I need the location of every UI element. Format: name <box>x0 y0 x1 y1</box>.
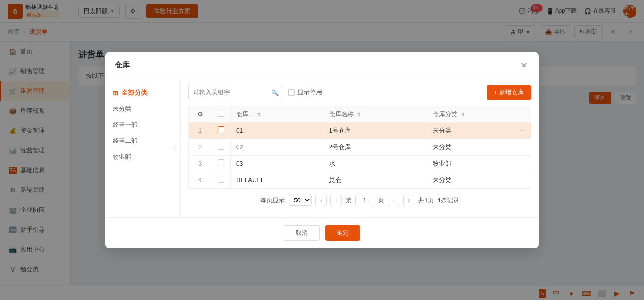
total-info: 共1页, 4条记录 <box>418 196 459 205</box>
page-prev-button[interactable]: ‹ <box>330 195 342 206</box>
row-name: 总仓 <box>323 172 427 188</box>
col-name[interactable]: 仓库名称 ⇅ <box>323 106 427 122</box>
modal-pagination: 每页显示 50 ⟪ ‹ 第 页 › ⟫ 共1页, 4条记录 <box>188 189 531 212</box>
row-category: 未分类 <box>427 139 531 155</box>
table-row[interactable]: 2 02 2号仓库 未分类 <box>189 139 531 155</box>
row-category: 物业部 <box>427 155 531 172</box>
row-code: DEFAULT <box>231 172 323 188</box>
modal-main: 🔍 显示停用 + 新增仓库 ⚙ <box>181 79 539 217</box>
modal-body: ⊞ 全部分类 未分类 经营一部 经营二部 物业部 《 🔍 <box>105 79 539 217</box>
search-input-wrap: 🔍 <box>188 85 282 100</box>
col-code[interactable]: 仓库... ⇅ <box>231 106 323 122</box>
add-warehouse-button[interactable]: + 新增仓库 <box>487 85 531 100</box>
grid-icon: ⊞ <box>113 89 118 97</box>
warehouse-modal: 仓库 ✕ ⊞ 全部分类 未分类 经营一部 经营二部 物业部 《 <box>105 52 539 248</box>
modal-title: 仓库 <box>115 60 130 70</box>
search-input[interactable] <box>188 85 282 100</box>
page-size-select[interactable]: 50 <box>289 195 312 206</box>
table-container: ⚙ 仓库... ⇅ 仓库名称 <box>188 106 531 189</box>
table-row[interactable]: 1 01 1号仓库 未分类··· <box>189 122 531 139</box>
sort-code-icon: ⇅ <box>257 112 261 117</box>
row-name: 1号仓库 <box>323 122 427 139</box>
modal-sidebar: ⊞ 全部分类 未分类 经营一部 经营二部 物业部 《 <box>105 79 181 217</box>
sort-name-icon: ⇅ <box>357 112 361 117</box>
page-first-button[interactable]: ⟪ <box>315 195 327 206</box>
row-name: 水 <box>323 155 427 172</box>
modal-sidebar-all[interactable]: ⊞ 全部分类 <box>105 85 180 101</box>
warehouse-table: ⚙ 仓库... ⇅ 仓库名称 <box>188 106 531 189</box>
select-all-checkbox[interactable] <box>218 110 224 117</box>
row-action-dots[interactable]: ··· <box>520 126 525 133</box>
row-checkbox[interactable] <box>212 172 231 188</box>
row-code: 03 <box>231 155 323 172</box>
modal-sidebar-item-1[interactable]: 经营一部 <box>105 117 180 133</box>
col-settings: ⚙ <box>189 106 212 122</box>
show-disabled-checkbox-wrap[interactable]: 显示停用 <box>288 88 322 97</box>
page-next-button[interactable]: › <box>388 195 399 206</box>
cancel-button[interactable]: 取消 <box>284 225 320 241</box>
table-row[interactable]: 4 DEFAULT 总仓 未分类 <box>189 172 531 188</box>
row-index: 1 <box>189 122 212 139</box>
modal-toolbar: 🔍 显示停用 + 新增仓库 <box>188 85 531 100</box>
confirm-button[interactable]: 确定 <box>325 225 360 241</box>
col-category[interactable]: 仓库分类 ⇅ <box>427 106 531 122</box>
row-index: 2 <box>189 139 212 155</box>
row-checkbox[interactable] <box>212 139 231 155</box>
show-disabled-checkbox[interactable] <box>288 89 295 96</box>
page-input[interactable] <box>355 195 374 206</box>
modal-sidebar-item-3[interactable]: 物业部 <box>105 149 180 165</box>
row-checkbox[interactable] <box>212 122 231 139</box>
modal-sidebar-item-0[interactable]: 未分类 <box>105 101 180 117</box>
overlay: 仓库 ✕ ⊞ 全部分类 未分类 经营一部 经营二部 物业部 《 <box>0 0 644 300</box>
search-icon[interactable]: 🔍 <box>271 89 279 96</box>
table-header-row: ⚙ 仓库... ⇅ 仓库名称 <box>189 106 531 122</box>
modal-footer: 取消 确定 <box>105 217 539 248</box>
row-category: 未分类··· <box>427 122 531 139</box>
modal-sidebar-item-2[interactable]: 经营二部 <box>105 133 180 149</box>
row-name: 2号仓库 <box>323 139 427 155</box>
row-index: 3 <box>189 155 212 172</box>
row-code: 02 <box>231 139 323 155</box>
table-row[interactable]: 3 03 水 物业部 <box>189 155 531 172</box>
row-index: 4 <box>189 172 212 188</box>
col-checkbox <box>212 106 231 122</box>
row-checkbox[interactable] <box>212 155 231 172</box>
row-category: 未分类 <box>427 172 531 188</box>
sort-category-icon: ⇅ <box>461 112 465 117</box>
row-code: 01 <box>231 122 323 139</box>
modal-header: 仓库 ✕ <box>105 52 539 79</box>
modal-close-button[interactable]: ✕ <box>518 60 529 71</box>
page-last-button[interactable]: ⟫ <box>403 195 414 206</box>
